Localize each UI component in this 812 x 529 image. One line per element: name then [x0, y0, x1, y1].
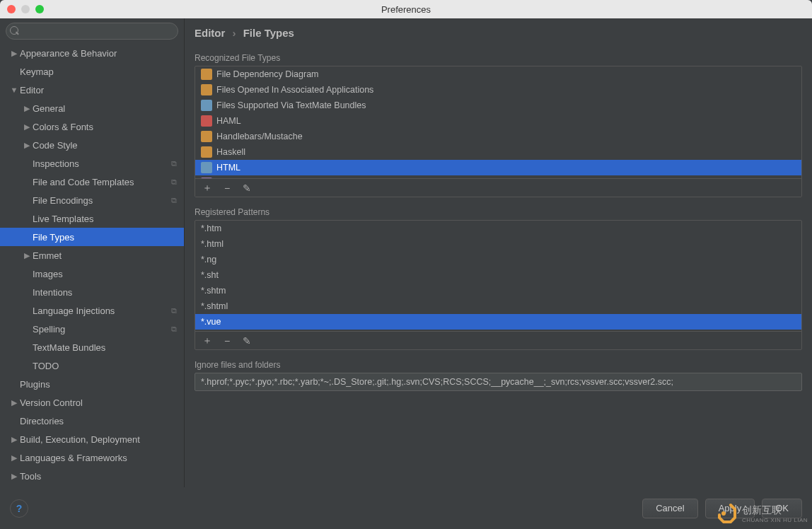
breadcrumb-root: Editor [195, 27, 225, 39]
sidebar-item-label: Spelling [33, 324, 65, 335]
logo-text-cn: 创新互联 [742, 504, 808, 517]
pattern-label: *.sht [201, 270, 219, 280]
sidebar-item-file-encodings[interactable]: File Encodings⧉ [0, 191, 184, 209]
sidebar-item-label: Emmet [33, 250, 62, 261]
disclosure-arrow-icon: ▶ [8, 453, 20, 463]
sidebar-item-label: Intentions [33, 287, 72, 298]
pattern-row[interactable]: *.htm [195, 221, 801, 236]
file-type-row[interactable]: HTML [195, 160, 801, 175]
remove-icon[interactable]: − [222, 183, 232, 193]
scheme-icon: ⧉ [171, 178, 177, 187]
sidebar-item-version-control[interactable]: ▶Version Control [0, 393, 184, 412]
patterns-list[interactable]: *.htm*.html*.ng*.sht*.shtm*.shtml*.vue ＋… [195, 220, 802, 350]
breadcrumb: Editor › File Types [195, 27, 802, 39]
sidebar-item-label: Plugins [20, 379, 50, 390]
pattern-row[interactable]: *.shtml [195, 298, 801, 314]
file-type-row[interactable]: Files Opened In Associated Applications [195, 82, 801, 98]
file-type-icon [201, 84, 212, 95]
sidebar-item-tools[interactable]: ▶Tools [0, 467, 184, 485]
file-type-label: HTML [216, 163, 240, 173]
sidebar-item-colors-fonts[interactable]: ▶Colors & Fonts [0, 117, 184, 136]
edit-icon[interactable]: ✎ [242, 336, 252, 346]
sidebar-item-label: TODO [33, 361, 59, 371]
sidebar-item-general[interactable]: ▶General [0, 99, 184, 117]
cancel-button[interactable]: Cancel [642, 499, 697, 518]
sidebar-item-editor[interactable]: ▼Editor [0, 81, 184, 99]
sidebar-item-inspections[interactable]: Inspections⧉ [0, 154, 184, 173]
sidebar-item-build-execution-deployment[interactable]: ▶Build, Execution, Deployment [0, 430, 184, 448]
sidebar-item-textmate-bundles[interactable]: TextMate Bundles [0, 338, 184, 356]
search-input[interactable] [6, 23, 178, 40]
sidebar-item-intentions[interactable]: Intentions [0, 283, 184, 301]
file-type-icon [201, 162, 212, 173]
settings-tree: ▶Appearance & BehaviorKeymap▼Editor▶Gene… [0, 44, 184, 487]
file-type-icon [201, 115, 212, 127]
pattern-label: *.shtm [201, 286, 226, 296]
scheme-icon: ⧉ [171, 159, 177, 168]
pattern-label: *.htm [201, 223, 221, 233]
sidebar-item-label: Appearance & Behavior [20, 48, 117, 59]
sidebar-item-directories[interactable]: Directories [0, 412, 184, 430]
add-icon[interactable]: ＋ [202, 336, 212, 346]
file-type-label: File Dependency Diagram [216, 69, 319, 79]
file-type-icon [201, 146, 212, 158]
scheme-icon: ⧉ [171, 196, 177, 205]
sidebar-item-keymap[interactable]: Keymap [0, 62, 184, 81]
sidebar-item-label: Inspections [33, 158, 79, 169]
disclosure-arrow-icon: ▶ [21, 104, 33, 113]
edit-icon[interactable]: ✎ [242, 183, 252, 193]
pattern-label: *.ng [201, 255, 216, 264]
sidebar-item-label: Version Control [20, 397, 83, 408]
sidebar-item-live-templates[interactable]: Live Templates [0, 209, 184, 228]
file-type-label: Files Supported Via TextMate Bundles [216, 100, 366, 110]
sidebar-item-file-and-code-templates[interactable]: File and Code Templates⧉ [0, 173, 184, 191]
window-title: Preferences [0, 4, 812, 15]
pattern-row[interactable]: *.sht [195, 267, 801, 283]
sidebar-item-label: Build, Execution, Deployment [20, 434, 140, 445]
file-types-list[interactable]: File Dependency DiagramFiles Opened In A… [195, 66, 802, 197]
sidebar-item-plugins[interactable]: Plugins [0, 375, 184, 393]
file-type-row[interactable]: File Dependency Diagram [195, 66, 801, 82]
pattern-row[interactable]: *.vue [195, 314, 801, 330]
sidebar-item-images[interactable]: Images [0, 264, 184, 283]
scheme-icon: ⧉ [171, 306, 177, 315]
sidebar-item-todo[interactable]: TODO [0, 356, 184, 375]
file-type-row[interactable]: Haskell [195, 144, 801, 160]
help-button[interactable]: ? [10, 499, 28, 518]
file-type-row[interactable]: Files Supported Via TextMate Bundles [195, 98, 801, 113]
patterns-toolbar: ＋ − ✎ [195, 331, 801, 349]
sidebar-item-languages-frameworks[interactable]: ▶Languages & Frameworks [0, 448, 184, 467]
titlebar: Preferences [0, 0, 812, 18]
file-type-label: Handlebars/Mustache [216, 132, 303, 141]
footer: ? Cancel Apply OK [0, 487, 812, 529]
ignore-input[interactable] [195, 373, 802, 391]
sidebar-item-spelling[interactable]: Spelling⧉ [0, 320, 184, 338]
file-type-row[interactable]: Handlebars/Mustache [195, 129, 801, 144]
file-type-row[interactable]: HAML [195, 113, 801, 129]
file-type-label: Files Opened In Associated Applications [216, 85, 373, 95]
pattern-row[interactable]: *.ng [195, 252, 801, 267]
sidebar-item-label: Editor [20, 85, 44, 95]
scheme-icon: ⧉ [171, 325, 177, 334]
pattern-row[interactable]: *.html [195, 236, 801, 252]
disclosure-arrow-icon: ▶ [8, 435, 20, 444]
sidebar-item-appearance-behavior[interactable]: ▶Appearance & Behavior [0, 44, 184, 62]
chevron-right-icon: › [233, 27, 236, 39]
sidebar-item-label: General [33, 103, 65, 114]
watermark-logo: 创新互联 CHUANG XIN HU LIAN [715, 502, 808, 525]
disclosure-arrow-icon: ▼ [8, 86, 20, 94]
svg-point-0 [721, 511, 726, 516]
file-type-label: HAML [216, 116, 241, 126]
disclosure-arrow-icon: ▶ [21, 122, 33, 132]
sidebar-item-file-types[interactable]: File Types [0, 228, 184, 246]
pattern-row[interactable]: *.shtm [195, 283, 801, 298]
pattern-label: *.shtml [201, 301, 228, 311]
remove-icon[interactable]: − [222, 336, 232, 346]
sidebar-item-label: Tools [20, 471, 41, 482]
pattern-label: *.html [201, 239, 224, 249]
add-icon[interactable]: ＋ [202, 183, 212, 193]
sidebar-item-code-style[interactable]: ▶Code Style [0, 136, 184, 154]
disclosure-arrow-icon: ▶ [21, 141, 33, 150]
sidebar-item-emmet[interactable]: ▶Emmet [0, 246, 184, 264]
sidebar-item-language-injections[interactable]: Language Injections⧉ [0, 301, 184, 320]
